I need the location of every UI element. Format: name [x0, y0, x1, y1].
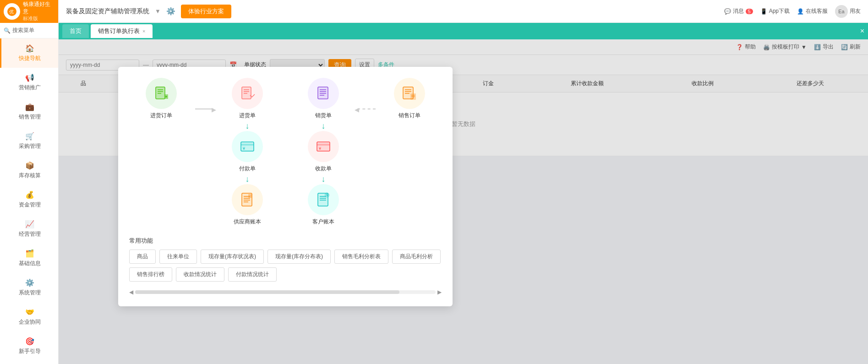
- receipt-node: ¥ 收款单: [291, 131, 355, 173]
- avatar: Ea: [835, 5, 848, 18]
- top-header: 装备及固定资产辅助管理系统 ▼ ⚙️ 体验行业方案 💬 消息 5 📱 App下载…: [59, 0, 868, 23]
- supplier-ledger-circle: [232, 184, 263, 215]
- system-icon: ⚙️: [25, 278, 34, 287]
- sidebar-logo: 优 畅康通好生意 标准版: [0, 0, 58, 23]
- logo-text: 畅康通好生意 标准版: [23, 1, 55, 22]
- sidebar-item-quick-nav[interactable]: 🏠 快捷导航: [0, 38, 58, 68]
- message-item[interactable]: 💬 消息 5: [724, 7, 753, 15]
- sidebar-item-guide[interactable]: 🎯 新手引导: [0, 331, 58, 361]
- sales-bill-label: 销货单: [315, 112, 332, 120]
- purchase-bill-node: 进货单: [215, 78, 279, 120]
- sidebar-item-purchase[interactable]: 🛒 采购管理: [0, 126, 58, 156]
- customer-ledger-node: 客户账本: [291, 184, 355, 226]
- func-btn-payment-stat[interactable]: 付款情况统计: [228, 267, 277, 282]
- svg-rect-41: [248, 194, 252, 198]
- sidebar-item-operations[interactable]: 📈 经营管理: [0, 214, 58, 244]
- scrollbar-thumb[interactable]: [135, 290, 399, 294]
- sidebar-item-marketing[interactable]: 📢 营销推广: [0, 68, 58, 97]
- func-btn-stock-status[interactable]: 现存量(库存状况表): [201, 250, 264, 264]
- svg-rect-8: [242, 87, 251, 99]
- popup-scrollbar-container: ◀ ▶: [129, 289, 442, 295]
- message-icon: 💬: [724, 8, 731, 15]
- popup-overlay[interactable]: 进货订单 ▶: [59, 39, 868, 364]
- sidebar-search[interactable]: 🔍 搜索菜单: [0, 23, 58, 38]
- search-icon: 🔍: [4, 27, 11, 34]
- supplier-ledger-node: 供应商账本: [215, 184, 279, 226]
- collab-icon: 🤝: [25, 308, 34, 316]
- system-title: 装备及固定资产辅助管理系统: [66, 7, 149, 16]
- tab-close-icon[interactable]: ×: [142, 28, 145, 34]
- purchase-order-circle: [146, 78, 177, 109]
- sidebar-item-inventory[interactable]: 📦 库存核算: [0, 156, 58, 185]
- marketing-icon: 📢: [25, 73, 34, 82]
- purchase-order-node: 进货订单: [129, 78, 193, 120]
- func-btn-sales-margin[interactable]: 销售毛利分析表: [334, 250, 388, 264]
- sales-bill-circle: [308, 78, 339, 109]
- sidebar-nav: 🏠 快捷导航 📢 营销推广 💼 销售管理 🛒 采购管理 📦 库存核算 💰: [0, 38, 58, 364]
- func-btn-receipt-stat[interactable]: 收款情况统计: [176, 267, 224, 282]
- func-btn-product-margin[interactable]: 商品毛利分析: [392, 250, 441, 264]
- receipt-circle: ¥: [308, 131, 339, 162]
- settings-icon[interactable]: ⚙️: [166, 7, 175, 16]
- app-download-item[interactable]: 📱 App下载: [760, 7, 790, 15]
- sales-icon: 💼: [25, 103, 34, 111]
- sales-order-node: 销售订单: [377, 78, 442, 120]
- svg-rect-29: [241, 144, 254, 146]
- payment-circle: ¥: [232, 131, 263, 162]
- sidebar-item-basic-info[interactable]: 🗂️ 基础信息: [0, 244, 58, 273]
- sales-bill-node: 销货单: [291, 78, 355, 120]
- purchase-order-label: 进货订单: [150, 112, 172, 120]
- sidebar-item-sales[interactable]: 💼 销售管理: [0, 97, 58, 126]
- tab-home[interactable]: 首页: [62, 24, 89, 38]
- download-icon: 📱: [760, 8, 767, 15]
- tab-bar-close-button[interactable]: ×: [860, 27, 864, 35]
- scroll-left-icon[interactable]: ◀: [129, 289, 133, 295]
- online-service-item[interactable]: 👤 在线客服: [797, 7, 828, 15]
- func-btn-sales-rank[interactable]: 销售排行榜: [129, 267, 172, 282]
- func-btn-product[interactable]: 商品: [129, 250, 156, 264]
- logo-icon: 优: [4, 3, 20, 20]
- quick-nav-icon: 🏠: [25, 44, 34, 53]
- operations-icon: 📈: [25, 220, 34, 228]
- sales-order-circle: [394, 78, 425, 109]
- main-area: 装备及固定资产辅助管理系统 ▼ ⚙️ 体验行业方案 💬 消息 5 📱 App下载…: [59, 0, 868, 364]
- basic-info-icon: 🗂️: [25, 249, 34, 258]
- sidebar: 优 畅康通好生意 标准版 🔍 搜索菜单 🏠 快捷导航 📢 营销推广 💼 销售管理: [0, 0, 59, 364]
- sales-order-label: 销售订单: [399, 112, 420, 120]
- popup-card: 进货订单 ▶: [118, 67, 453, 306]
- purchase-bill-circle: [232, 78, 263, 109]
- message-badge: 5: [746, 9, 753, 14]
- svg-rect-2: [156, 87, 165, 99]
- func-btn-counterparty[interactable]: 往来单位: [159, 250, 197, 264]
- guide-icon: 🎯: [25, 337, 34, 346]
- scroll-right-icon[interactable]: ▶: [437, 289, 442, 295]
- receipt-label: 收款单: [315, 165, 332, 173]
- inventory-icon: 📦: [25, 161, 34, 170]
- purchase-icon: 🛒: [25, 132, 34, 141]
- service-icon: 👤: [797, 8, 804, 15]
- tab-sales-order[interactable]: 销售订单执行表 ×: [91, 24, 153, 38]
- sidebar-item-finance[interactable]: 💰 资金管理: [0, 185, 58, 214]
- common-functions: 常用功能 商品 往来单位 现存量(库存状况表) 现存量(库存分布表) 销售毛利分…: [129, 237, 442, 282]
- tab-bar: 首页 销售订单执行表 × ×: [59, 23, 868, 39]
- sidebar-item-collab[interactable]: 🤝 企业协同: [0, 302, 58, 331]
- experience-button[interactable]: 体验行业方案: [181, 5, 231, 18]
- content-area: ❓ 帮助 🖨️ 按模板打印 ▼ ⬇️ 导出 🔄 刷新: [59, 39, 868, 364]
- customer-ledger-circle: [308, 184, 339, 215]
- user-item[interactable]: Ea 用友: [835, 5, 861, 18]
- svg-rect-33: [317, 144, 330, 146]
- svg-text:优: 优: [9, 9, 14, 14]
- finance-icon: 💰: [25, 190, 34, 199]
- customer-ledger-label: 客户账本: [312, 218, 334, 226]
- svg-text:¥: ¥: [318, 146, 322, 151]
- sidebar-item-system[interactable]: ⚙️ 系统管理: [0, 273, 58, 302]
- svg-text:¥: ¥: [242, 146, 246, 151]
- supplier-ledger-label: 供应商账本: [234, 218, 261, 226]
- dropdown-arrow-icon[interactable]: ▼: [155, 8, 161, 15]
- svg-rect-13: [318, 87, 328, 99]
- func-btn-stock-dist[interactable]: 现存量(库存分布表): [267, 250, 331, 264]
- func-buttons: 商品 往来单位 现存量(库存状况表) 现存量(库存分布表) 销售毛利分析表 商品…: [129, 250, 442, 282]
- purchase-bill-label: 进货单: [239, 112, 256, 120]
- header-right: 💬 消息 5 📱 App下载 👤 在线客服 Ea 用友: [724, 5, 861, 18]
- payment-label: 付款单: [239, 165, 256, 173]
